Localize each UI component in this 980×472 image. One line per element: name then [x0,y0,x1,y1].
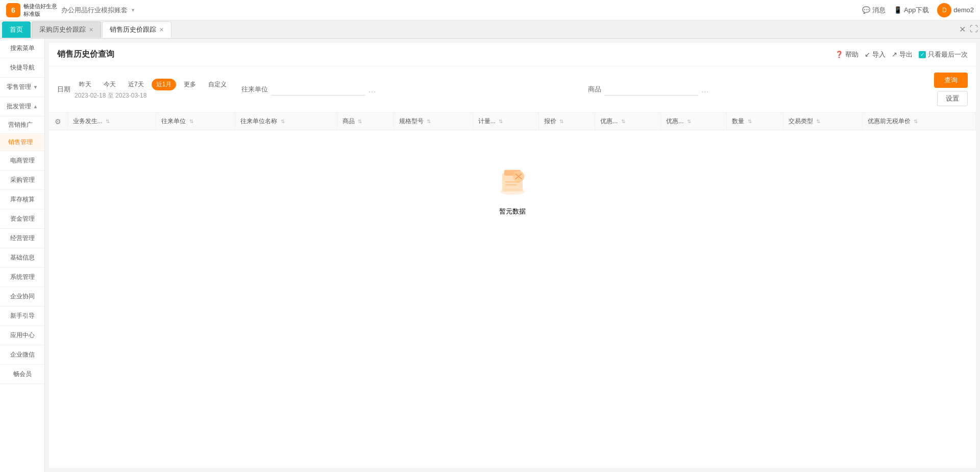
sort-arrows-partner-name[interactable]: ⇅ [281,119,285,124]
date-btn-yesterday[interactable]: 昨天 [75,79,96,90]
partner-dots-icon[interactable]: ... [368,84,376,95]
svg-rect-6 [505,181,520,182]
sort-arrows-discount1[interactable]: ⇅ [621,119,625,124]
app-title: 办公用品行业模拟账套 [61,6,128,15]
sidebar-item-search[interactable]: 搜索菜单 [0,39,44,58]
tab-sales-history-close-icon[interactable]: ✕ [159,27,164,33]
sidebar-item-purchase[interactable]: 采购管理 [0,171,44,190]
sidebar-item-wechat[interactable]: 企业微信 [0,345,44,365]
help-icon: ❓ [835,51,843,58]
sidebar-item-purchase-label: 采购管理 [10,176,35,183]
sort-arrows-unit[interactable]: ⇅ [499,119,503,124]
sidebar-item-retail-arrow: ▼ [33,84,38,90]
page: 销售历史价查询 ❓ 帮助 ↙ 导入 ↗ 导出 ✓ [49,43,976,468]
app-download-icon: 📱 [894,6,902,14]
tab-sales-history[interactable]: 销售历史价跟踪 ✕ [102,21,172,38]
app-title-dropdown-icon[interactable]: ▾ [132,7,134,13]
tab-purchase-history[interactable]: 采购历史价跟踪 ✕ [32,21,101,38]
sidebar-item-marketing[interactable]: 营销推广 [0,116,44,134]
data-table: ⚙ 业务发生... ⇅ 往来单位 ⇅ 往来单位名称 [49,113,976,130]
user-area[interactable]: D demo2 [937,3,974,17]
sidebar-item-quick-nav-label: 快捷导航 [10,64,35,71]
filter-area: 日期 昨天 今天 近7天 近1月 更多 自定义 2023-02-18 至 202… [49,66,976,113]
logo-line2: 标准版 [23,10,57,17]
sort-arrows-spec[interactable]: ⇅ [427,119,431,124]
sidebar-item-retail[interactable]: 零售管理 ▼ [0,78,44,97]
table-col-quantity-label: 数量 [732,117,744,125]
sidebar-item-marketing-label: 营销推广 [8,121,33,128]
avatar: D [937,3,951,17]
sort-arrows-business-date[interactable]: ⇅ [106,119,110,124]
date-filter-group: 日期 昨天 今天 近7天 近1月 更多 自定义 2023-02-18 至 202… [57,79,231,100]
table-col-partner-name: 往来单位名称 ⇅ [235,113,337,130]
content-area: 销售历史价查询 ❓ 帮助 ↙ 导入 ↗ 导出 ✓ [45,39,980,472]
tab-maximize-icon[interactable]: ⛶ [970,25,978,34]
export-button[interactable]: ↗ 导出 [892,50,913,59]
date-btn-1month[interactable]: 近1月 [152,79,177,90]
sidebar-item-wholesale-row: 批发管理 ▲ [2,102,42,111]
tab-close-window-icon[interactable]: ✕ [959,25,966,34]
table-col-trade-type-label: 交易类型 [789,117,813,125]
sidebar-item-app-center[interactable]: 应用中心 [0,326,44,345]
sidebar-item-inventory-label: 库存核算 [10,196,35,203]
sidebar-item-wholesale[interactable]: 批发管理 ▲ [0,97,44,116]
sort-arrows-quoted-price[interactable]: ⇅ [559,119,564,124]
sidebar-item-guide[interactable]: 新手引导 [0,306,44,326]
partner-input[interactable] [271,83,365,96]
product-dots-icon[interactable]: ... [701,84,709,95]
date-btn-custom[interactable]: 自定义 [204,79,231,90]
table-col-discount2-label: 优惠... [666,117,683,125]
help-button[interactable]: ❓ 帮助 [835,50,859,59]
sidebar-item-operations[interactable]: 经营管理 [0,229,44,248]
sidebar-item-ecommerce-label: 电商管理 [10,157,35,164]
table-col-partner-code-label: 往来单位 [161,117,186,125]
empty-illustration [492,161,533,202]
sidebar-item-inventory[interactable]: 库存核算 [0,190,44,209]
sidebar-item-system-label: 系统管理 [10,273,35,280]
sidebar-item-quick-nav[interactable]: 快捷导航 [0,58,44,78]
message-button[interactable]: 💬 消息 [862,6,886,15]
app-download-button[interactable]: 📱 App下载 [894,6,929,15]
table-col-product-label: 商品 [342,117,355,125]
top-bar-left: 6 畅捷信好生意 标准版 办公用品行业模拟账套 ▾ [6,3,134,17]
sidebar-item-system[interactable]: 系统管理 [0,268,44,287]
help-label: 帮助 [845,50,859,59]
sort-arrows-pretax-price[interactable]: ⇅ [914,119,918,124]
date-btn-more[interactable]: 更多 [179,79,201,90]
settings-button[interactable]: 设置 [937,91,968,106]
date-btn-today[interactable]: 今天 [99,79,120,90]
table-col-unit-label: 计量... [478,117,496,125]
sidebar-item-member[interactable]: 畅会员 [0,365,44,384]
table-settings-icon[interactable]: ⚙ [55,117,61,126]
product-input[interactable] [604,83,698,96]
message-icon: 💬 [862,6,870,14]
sidebar-item-enterprise[interactable]: 企业协同 [0,287,44,306]
logo-area: 6 畅捷信好生意 标准版 [6,3,57,17]
sidebar-item-ecommerce[interactable]: 电商管理 [0,151,44,171]
tab-purchase-history-label: 采购历史价跟踪 [39,25,86,34]
tab-home[interactable]: 首页 [2,21,31,38]
sidebar-item-basic[interactable]: 基础信息 [0,248,44,268]
query-button[interactable]: 查询 [934,73,968,88]
sort-arrows-discount2[interactable]: ⇅ [687,119,691,124]
table-col-discount1: 优惠... ⇅ [595,113,661,130]
sort-arrows-quantity[interactable]: ⇅ [748,119,752,124]
product-filter-group: 商品 ... [588,83,924,96]
date-btn-7days[interactable]: 近7天 [124,79,149,90]
sidebar-item-finance[interactable]: 资金管理 [0,209,44,229]
import-button[interactable]: ↙ 导入 [865,50,886,59]
sort-arrows-product[interactable]: ⇅ [358,119,362,124]
sort-arrows-trade-type[interactable]: ⇅ [816,119,820,124]
tab-purchase-history-close-icon[interactable]: ✕ [89,27,93,33]
empty-text: 暂元数据 [499,207,526,216]
sort-arrows-partner-code[interactable]: ⇅ [189,119,193,124]
import-label: 导入 [872,50,886,59]
tab-home-label: 首页 [10,25,23,34]
sidebar-item-sales[interactable]: 销售管理 [0,134,44,151]
only-last-checkbox-area[interactable]: ✓ 只看最后一次 [919,50,968,59]
table-header-row: ⚙ 业务发生... ⇅ 往来单位 ⇅ 往来单位名称 [49,113,976,130]
table-col-product: 商品 ⇅ [337,113,394,130]
page-title: 销售历史价查询 [57,49,114,60]
sidebar-item-operations-label: 经营管理 [10,234,35,242]
partner-filter-group: 往来单位 ... [241,83,577,96]
